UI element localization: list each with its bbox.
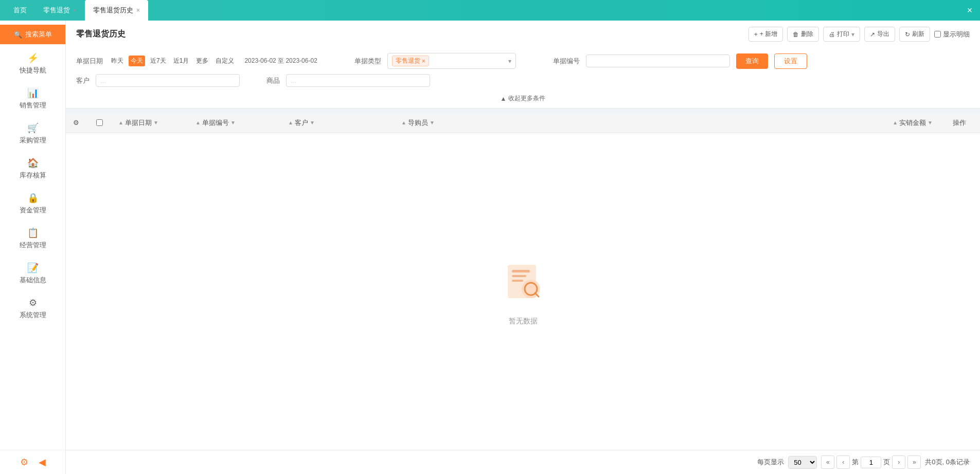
date-opt-more[interactable]: 更多 — [194, 56, 210, 66]
type-filter-select[interactable]: 零售退货 × ▾ — [387, 53, 516, 69]
sidebar-item-basic[interactable]: 📝 基础信息 — [0, 256, 65, 291]
sidebar-settings-icon[interactable]: ⚙ — [20, 457, 28, 468]
search-icon: 🔍 — [14, 31, 22, 39]
table-settings-icon[interactable]: ⚙ — [66, 119, 86, 126]
sort-guide-desc[interactable]: ▼ — [430, 120, 435, 125]
sidebar: 🔍 搜索菜单 ⚡ 快捷导航 📊 销售管理 🛒 采购管理 🏠 库存核算 🔒 资金管… — [0, 21, 66, 474]
sort-amount-asc[interactable]: ▲ — [893, 120, 898, 125]
delete-label: 删除 — [801, 30, 813, 39]
sidebar-item-purchase-label: 采购管理 — [20, 136, 46, 145]
date-opt-today[interactable]: 今天 — [129, 56, 145, 66]
page-number-input[interactable] — [861, 457, 881, 468]
svg-rect-1 — [512, 270, 530, 272]
sidebar-item-sales-label: 销售管理 — [20, 101, 46, 110]
customer-filter-label: 客户 — [76, 76, 90, 85]
goods-filter-input[interactable] — [286, 74, 430, 87]
tab-retail-return-label: 零售退货 — [43, 6, 70, 15]
basic-icon: 📝 — [27, 262, 39, 274]
sidebar-item-quick-nav[interactable]: ⚡ 快捷导航 — [0, 46, 65, 81]
sort-date-desc[interactable]: ▼ — [153, 120, 158, 125]
page-nav: « ‹ 第 页 › » — [821, 455, 921, 469]
system-icon: ⚙ — [29, 297, 37, 308]
select-all-checkbox[interactable] — [96, 119, 103, 126]
total-label: 共0页, 0条记录 — [925, 458, 970, 467]
refresh-button[interactable]: ↻ 刷新 — [899, 27, 930, 42]
sidebar-item-inventory-label: 库存核算 — [20, 171, 46, 180]
sort-guide-asc[interactable]: ▲ — [401, 120, 406, 125]
query-button[interactable]: 查询 — [736, 53, 768, 69]
sidebar-item-system[interactable]: ⚙ 系统管理 — [0, 291, 65, 326]
sort-code-asc[interactable]: ▲ — [195, 120, 201, 125]
first-page-button[interactable]: « — [821, 455, 834, 469]
tab-list: 首页 零售退货 × 零售退货历史 × — [5, 0, 959, 21]
svg-rect-3 — [512, 280, 523, 282]
delete-button[interactable]: 🗑 删除 — [787, 27, 819, 42]
sidebar-collapse-icon[interactable]: ◀ — [39, 457, 46, 468]
table-area: ⚙ ▲ 单据日期 ▼ ▲ 单据编号 ▼ ▲ 客户 ▼ — [66, 113, 980, 450]
date-opt-custom[interactable]: 自定义 — [213, 56, 236, 66]
empty-icon — [497, 257, 549, 308]
th-amount-label: 实销金额 — [899, 118, 926, 127]
sidebar-item-inventory[interactable]: 🏠 库存核算 — [0, 151, 65, 186]
sort-customer-asc[interactable]: ▲ — [288, 120, 293, 125]
export-button[interactable]: ↗ 导出 — [864, 27, 895, 42]
tab-retail-return-history-close[interactable]: × — [136, 7, 140, 14]
window-close-button[interactable]: × — [959, 0, 980, 21]
filter-row-1: 单据日期 昨天 今天 近7天 近1月 更多 自定义 2023-06-02 至 2… — [76, 53, 970, 69]
export-label: 导出 — [877, 30, 889, 39]
page-size-select[interactable]: 50 10 20 100 — [788, 456, 817, 469]
settings-button[interactable]: 设置 — [774, 53, 807, 69]
page-unit: 页 — [883, 458, 890, 467]
svg-rect-2 — [512, 275, 526, 277]
show-detail-checkbox-label[interactable]: 显示明细 — [934, 30, 970, 39]
type-tag-close[interactable]: × — [422, 58, 425, 65]
sidebar-item-sales[interactable]: 📊 销售管理 — [0, 81, 65, 116]
date-opt-7days[interactable]: 近7天 — [148, 56, 168, 66]
show-detail-label: 显示明细 — [943, 30, 970, 39]
sort-customer-desc[interactable]: ▼ — [310, 120, 315, 125]
new-button[interactable]: + + 新增 — [749, 27, 783, 42]
sort-date-asc[interactable]: ▲ — [118, 120, 123, 125]
collapse-button[interactable]: ▲ 收起更多条件 — [501, 94, 546, 103]
tab-home-label: 首页 — [13, 6, 27, 15]
th-guide-label: 导购员 — [408, 118, 428, 127]
tab-retail-return-history[interactable]: 零售退货历史 × — [85, 0, 148, 21]
sidebar-item-finance[interactable]: 🔒 资金管理 — [0, 186, 65, 221]
sort-code-desc[interactable]: ▼ — [230, 120, 236, 125]
page-label: 第 — [852, 458, 859, 467]
sidebar-item-purchase[interactable]: 🛒 采购管理 — [0, 116, 65, 151]
tab-retail-return[interactable]: 零售退货 × — [35, 0, 85, 21]
print-icon: 🖨 — [829, 31, 835, 38]
date-opt-yesterday[interactable]: 昨天 — [109, 56, 126, 66]
docno-filter-input[interactable] — [586, 54, 730, 67]
sidebar-search[interactable]: 🔍 搜索菜单 — [0, 25, 65, 44]
th-date-label: 单据日期 — [125, 118, 152, 127]
top-bar: 首页 零售退货 × 零售退货历史 × × — [0, 0, 980, 21]
toolbar: + + 新增 🗑 删除 🖨 打印 ▾ ↗ 导出 — [749, 27, 970, 42]
tab-home[interactable]: 首页 — [5, 0, 35, 21]
type-tag: 零售退货 × — [392, 56, 429, 66]
goods-filter-label: 商品 — [266, 76, 280, 85]
type-filter-label: 单据类型 — [354, 57, 381, 66]
th-action: 操作 — [939, 118, 980, 127]
sort-amount-desc[interactable]: ▼ — [928, 120, 933, 125]
tab-retail-return-close[interactable]: × — [73, 7, 77, 14]
prev-page-button[interactable]: ‹ — [836, 455, 850, 469]
empty-text: 暂无数据 — [509, 317, 538, 326]
sidebar-bottom: ⚙ ◀ — [0, 450, 65, 474]
print-button[interactable]: 🖨 打印 ▾ — [823, 27, 860, 42]
empty-state: 暂无数据 — [66, 133, 980, 450]
inventory-icon: 🏠 — [27, 157, 39, 169]
date-opt-1month[interactable]: 近1月 — [171, 56, 191, 66]
next-page-button[interactable]: › — [892, 455, 905, 469]
th-code-label: 单据编号 — [202, 118, 229, 127]
refresh-label: 刷新 — [912, 30, 924, 39]
last-page-button[interactable]: » — [907, 455, 921, 469]
th-action-label: 操作 — [953, 118, 966, 127]
sidebar-item-operation-label: 经营管理 — [20, 241, 46, 250]
sidebar-item-operation[interactable]: 📋 经营管理 — [0, 221, 65, 256]
show-detail-checkbox[interactable] — [934, 31, 941, 38]
date-options: 昨天 今天 近7天 近1月 更多 自定义 — [109, 56, 236, 66]
customer-filter-input[interactable] — [96, 74, 240, 87]
type-tag-label: 零售退货 — [396, 57, 420, 65]
